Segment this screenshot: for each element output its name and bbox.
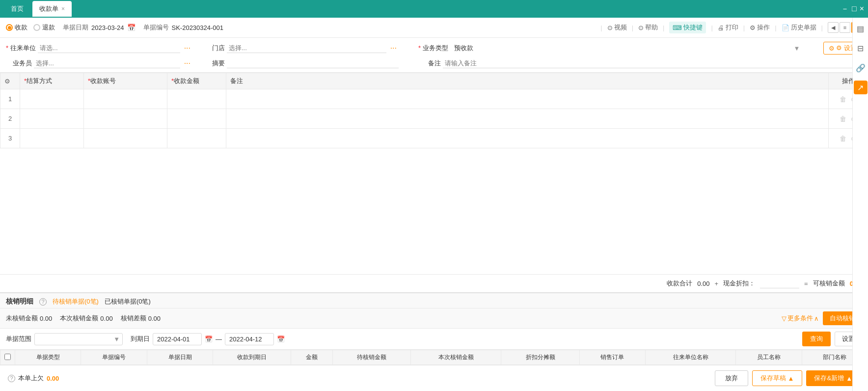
row2-settle[interactable] [20, 109, 84, 129]
row1-remark[interactable] [226, 89, 829, 109]
list-view-icon[interactable]: ≡ [840, 22, 850, 33]
shop-input[interactable] [227, 43, 386, 53]
query-btn[interactable]: 查询 [802, 332, 831, 346]
row2-delete-icon[interactable]: 🗑 [838, 115, 848, 123]
date-separator: — [216, 335, 222, 343]
calendar-to-icon[interactable]: 📅 [277, 335, 285, 343]
section-title: 核销明细 [6, 297, 33, 306]
info-icon[interactable]: ? [39, 298, 47, 306]
prev-icon[interactable]: ◀ [828, 22, 839, 33]
table-area: ⚙ *结算方式 *收款账号 *收款金额 备注 [0, 73, 868, 292]
sidebar-minus-icon[interactable]: ⊟ [854, 41, 868, 55]
tab-bar-left: 首页 收款单 × [4, 1, 72, 17]
staff-input[interactable] [34, 58, 180, 68]
bottom-table-wrapper: 单据类型 单据编号 单据日期 收款到期日 金额 [0, 350, 868, 365]
diff-label: 核销差额 [121, 314, 146, 323]
discount-input[interactable] [760, 279, 799, 288]
col-settings[interactable]: ⚙ [0, 73, 20, 89]
staff-more-btn[interactable]: ··· [182, 59, 192, 68]
biz-type-arrow[interactable]: ▼ [794, 45, 804, 52]
unreconciled-item: 未核销金额 0.00 [6, 314, 52, 323]
calendar-from-icon[interactable]: 📅 [205, 335, 213, 343]
doc-date-value: 2023-03-24 [91, 24, 124, 31]
table-row: 3 🗑 ⊕ [0, 129, 868, 148]
row1-settle[interactable] [20, 89, 84, 109]
col-check[interactable] [0, 350, 15, 365]
date-range: 到期日 📅 — 📅 [131, 333, 285, 345]
receipt-radio-dot [6, 24, 13, 31]
help-btn[interactable]: ⊙ 帮助 [638, 23, 658, 32]
row1-account[interactable] [84, 89, 167, 109]
shortcut-label: 快捷键 [683, 23, 703, 32]
history-btn[interactable]: 📄 历史单据 [782, 23, 816, 32]
shop-more-btn[interactable]: ··· [388, 44, 399, 53]
row3-remark[interactable] [226, 129, 829, 148]
more-conditions-btn[interactable]: ▽ 更多条件 ∧ [782, 314, 819, 323]
remark-input[interactable] [443, 58, 862, 68]
col-sales-header: 销售订单 [579, 350, 645, 365]
save-new-label: 保存&新增 [814, 374, 844, 383]
tab-receipt[interactable]: 收款单 × [32, 1, 72, 17]
total-label: 收款合计 [667, 279, 692, 288]
date-from-input[interactable] [153, 333, 202, 345]
row1-delete-icon[interactable]: 🗑 [838, 95, 848, 103]
calendar-icon[interactable]: 📅 [127, 24, 136, 31]
shop-field: 门店 ··· [212, 43, 399, 53]
abandon-btn[interactable]: 放弃 [715, 370, 748, 386]
staff-field: 业务员 ··· [6, 58, 192, 68]
row3-amount[interactable] [167, 129, 226, 148]
refund-radio[interactable]: 退款 [33, 23, 55, 32]
row1-amount[interactable] [167, 89, 226, 109]
range-select[interactable] [34, 333, 123, 345]
search-row: 单据范围 ▼ 到期日 📅 — 📅 查询 设置 [0, 329, 868, 350]
receipt-radio[interactable]: 收款 [6, 23, 27, 32]
tab-receipt-label: 收款单 [39, 4, 58, 13]
print-btn[interactable]: 🖨 打印 [718, 23, 738, 32]
window-minimize-btn[interactable]: － [841, 4, 849, 14]
help-label: 帮助 [645, 23, 658, 32]
sidebar-link-icon[interactable]: 🔗 [854, 61, 868, 75]
refund-radio-label: 退款 [42, 23, 55, 32]
sidebar-table-icon[interactable]: ▤ [854, 22, 868, 35]
table-footer: 收款合计 0.00 + 现金折扣： = 可核销金额 0.00 [0, 274, 868, 292]
sidebar-expand-icon[interactable]: ↗ [854, 81, 868, 94]
select-all-checkbox[interactable] [4, 354, 11, 360]
shortcut-btn[interactable]: ⌨ 快捷键 [669, 22, 706, 33]
footer-eq: = [804, 280, 808, 287]
summary-input[interactable] [227, 58, 399, 68]
history-icon: 📄 [782, 24, 789, 31]
row2-amount[interactable] [167, 109, 226, 129]
tab-close-icon[interactable]: × [61, 5, 65, 12]
done-tab[interactable]: 已核销单据(0笔) [105, 297, 151, 306]
counterpart-input[interactable] [38, 43, 180, 53]
toolbar-right: | ⊙ 视频 | ⊙ 帮助 | ⌨ 快捷键 | 🖨 打印 | ⚙ [600, 22, 862, 33]
row3-delete-icon[interactable]: 🗑 [838, 135, 848, 142]
table-gear-icon[interactable]: ⚙ [4, 78, 10, 85]
operation-btn[interactable]: ⚙ 操作 [750, 23, 770, 32]
footer-info-icon[interactable]: ? [8, 375, 15, 382]
sep1: | [600, 24, 602, 31]
counterpart-more-btn[interactable]: ··· [182, 44, 192, 53]
save-draft-btn[interactable]: 保存草稿 ▲ [752, 370, 803, 386]
window-maximize-btn[interactable]: □ [852, 4, 857, 13]
remark-label: 备注 [428, 59, 441, 68]
video-btn[interactable]: ⊙ 视频 [607, 23, 627, 32]
row3-account[interactable] [84, 129, 167, 148]
sep2: | [632, 24, 633, 31]
pending-tab[interactable]: 待核销单据(0笔) [53, 297, 99, 306]
section-tabs: 待核销单据(0笔) 已核销单据(0笔) [53, 297, 151, 306]
range-select-wrapper: ▼ [34, 333, 123, 345]
row2-remark[interactable] [226, 109, 829, 129]
save-draft-arrow: ▲ [788, 375, 794, 382]
section-header: 核销明细 ? 待核销单据(0笔) 已核销单据(0笔) [0, 293, 868, 308]
biz-type-value: 预收款 [454, 44, 473, 53]
tab-home[interactable]: 首页 [4, 1, 30, 17]
gear-icon: ⚙ [829, 45, 835, 52]
window-close-btn[interactable]: × [860, 4, 864, 13]
table-row: 2 🗑 ⊕ [0, 109, 868, 129]
counterpart-field: * 往来单位 ··· [6, 43, 192, 53]
table-scroll[interactable]: ⚙ *结算方式 *收款账号 *收款金额 备注 [0, 73, 868, 274]
row3-settle[interactable] [20, 129, 84, 148]
row2-account[interactable] [84, 109, 167, 129]
date-to-input[interactable] [225, 333, 274, 345]
